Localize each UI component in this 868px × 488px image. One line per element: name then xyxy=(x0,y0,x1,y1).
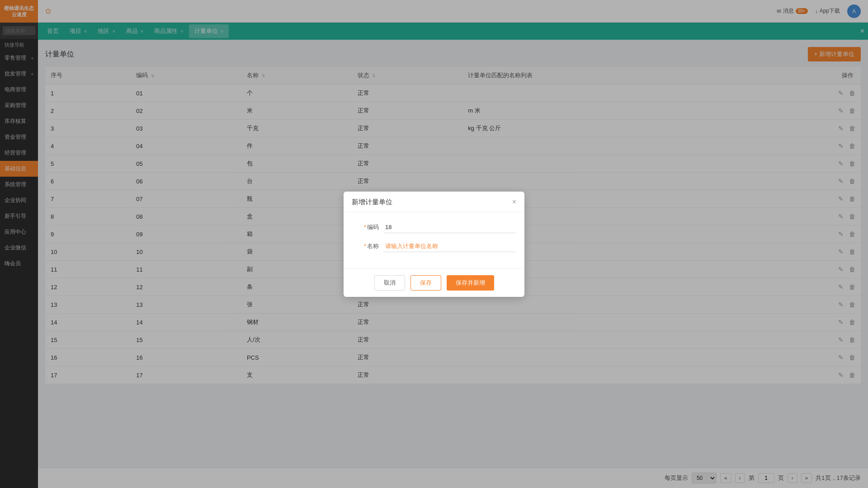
save-button[interactable]: 保存 xyxy=(410,275,441,291)
name-form-row: *名称 xyxy=(352,240,516,252)
modal-body: *编码 *名称 xyxy=(344,212,524,268)
add-unit-modal: 新增计量单位 × *编码 *名称 取消 保存 保存并新增 xyxy=(344,192,524,297)
save-and-new-button[interactable]: 保存并新增 xyxy=(447,275,494,291)
modal-overlay[interactable]: 新增计量单位 × *编码 *名称 取消 保存 保存并新增 xyxy=(0,0,868,488)
required-mark: * xyxy=(364,224,366,230)
code-form-row: *编码 xyxy=(352,221,516,233)
modal-header: 新增计量单位 × xyxy=(344,192,524,212)
modal-title: 新增计量单位 xyxy=(352,198,392,206)
required-mark: * xyxy=(364,243,366,249)
name-label: *名称 xyxy=(352,242,379,250)
modal-close-button[interactable]: × xyxy=(512,198,516,206)
code-label: *编码 xyxy=(352,223,379,231)
modal-footer: 取消 保存 保存并新增 xyxy=(344,268,524,297)
cancel-button[interactable]: 取消 xyxy=(374,275,405,291)
name-input[interactable] xyxy=(383,240,516,252)
code-input[interactable] xyxy=(383,221,516,233)
